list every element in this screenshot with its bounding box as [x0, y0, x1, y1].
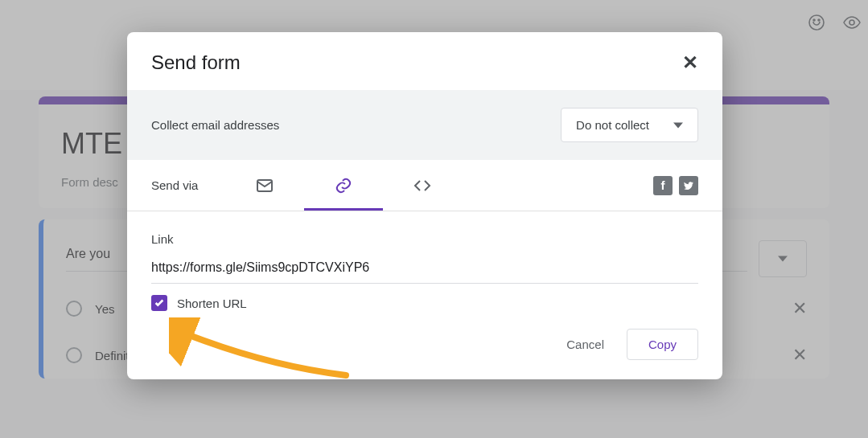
dialog-title: Send form	[151, 51, 241, 74]
collect-emails-value: Do not collect	[576, 118, 649, 132]
tab-embed[interactable]	[383, 160, 462, 211]
tab-link[interactable]	[304, 160, 383, 211]
send-form-dialog: Send form ✕ Collect email addresses Do n…	[127, 32, 722, 379]
collect-emails-dropdown[interactable]: Do not collect	[561, 108, 698, 142]
send-via-tabs: Send via f	[127, 160, 722, 211]
tab-email[interactable]	[225, 160, 304, 211]
facebook-share-icon[interactable]: f	[653, 176, 673, 195]
link-section-label: Link	[151, 232, 698, 246]
cancel-button[interactable]: Cancel	[553, 330, 617, 359]
shorten-url-label: Shorten URL	[177, 297, 247, 310]
shorten-url-checkbox[interactable]	[151, 295, 167, 311]
send-via-label: Send via	[151, 178, 198, 192]
copy-button[interactable]: Copy	[627, 329, 698, 360]
link-url-input[interactable]	[151, 260, 698, 284]
twitter-share-icon[interactable]	[679, 176, 698, 195]
close-icon[interactable]: ✕	[682, 51, 698, 74]
collect-emails-label: Collect email addresses	[151, 118, 279, 132]
collect-emails-row: Collect email addresses Do not collect	[127, 90, 722, 160]
